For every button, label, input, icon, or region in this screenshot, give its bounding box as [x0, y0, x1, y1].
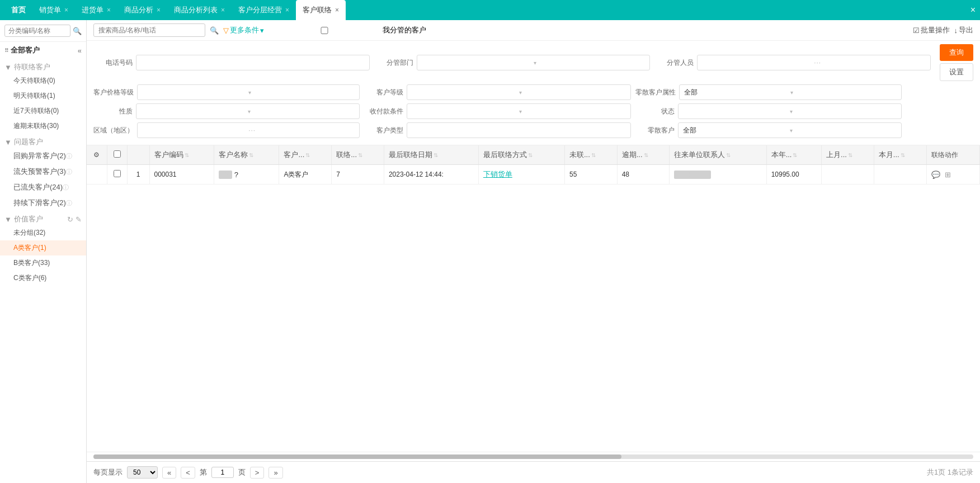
sort-contact[interactable]: ⇅ — [358, 152, 362, 158]
sort-this-year[interactable]: ⇅ — [793, 152, 797, 158]
nav-home[interactable]: 首页 — [4, 0, 32, 20]
nav-customer-contact[interactable]: 客户联络 × — [296, 0, 346, 20]
th-contact[interactable]: 联络...⇅ — [332, 145, 384, 165]
page-size-label: 每页显示 — [93, 467, 123, 477]
horizontal-scrollbar-thumb[interactable] — [93, 454, 621, 459]
query-button[interactable]: 查询 — [940, 44, 973, 61]
sidebar-item-tomorrow-pending[interactable]: 明天待联络(1) — [0, 88, 86, 103]
region-input[interactable]: ··· — [137, 122, 360, 138]
sidebar-search-input[interactable] — [4, 25, 70, 37]
th-overdue[interactable]: 逾期...⇅ — [617, 145, 670, 165]
close-sales-tab[interactable]: × — [64, 6, 68, 14]
next-page-btn[interactable]: > — [250, 467, 265, 479]
price-level-select[interactable]: ▾ — [137, 84, 360, 100]
customer-type-input[interactable] — [407, 122, 630, 138]
close-product-analysis-list-tab[interactable]: × — [221, 6, 225, 14]
sidebar-item-class-a[interactable]: A类客户(1) — [0, 240, 86, 255]
sort-type[interactable]: ⇅ — [305, 152, 310, 158]
refresh-value-icon[interactable]: ↻ — [67, 215, 73, 224]
sidebar-item-7days-pending[interactable]: 近7天待联络(0) — [0, 103, 86, 119]
sort-last-date[interactable]: ⇅ — [434, 152, 438, 158]
status-label: 状态 — [635, 107, 675, 116]
batch-operation-btn[interactable]: ☑ 批量操作 — [913, 25, 950, 35]
td-last-contact-method[interactable]: 下销货单 — [478, 165, 564, 184]
export-btn[interactable]: ↓ 导出 — [954, 25, 974, 35]
price-level-chevron: ▾ — [248, 89, 355, 96]
sort-overdue[interactable]: ⇅ — [644, 152, 648, 158]
nav-sales[interactable]: 销货单 × — [32, 0, 75, 20]
nav-product-analysis[interactable]: 商品分析 × — [117, 0, 167, 20]
sidebar-item-today-pending[interactable]: 今天待联络(0) — [0, 73, 86, 88]
select-all-checkbox[interactable] — [114, 150, 121, 158]
nav-customer-segment[interactable]: 客户分层经营 × — [232, 0, 296, 20]
sidebar-item-churned[interactable]: 已流失客户(24) ⓘ — [0, 179, 86, 195]
sort-last-method[interactable]: ⇅ — [528, 152, 533, 158]
nature-select[interactable]: ▾ — [136, 103, 360, 119]
customer-level-select[interactable]: ▾ — [407, 84, 630, 100]
nav-purchase[interactable]: 进货单 × — [75, 0, 117, 20]
th-this-month[interactable]: 本月...⇅ — [874, 145, 926, 165]
td-checkbox[interactable] — [107, 165, 127, 184]
nav-product-analysis-list[interactable]: 商品分析列表 × — [167, 0, 232, 20]
status-select[interactable]: ▾ — [678, 103, 902, 119]
sidebar-item-class-c[interactable]: C类客户(6) — [0, 271, 86, 286]
sort-name[interactable]: ⇅ — [249, 152, 253, 158]
dept-select[interactable]: ▾ — [417, 55, 651, 70]
th-customer-code[interactable]: 客户编码⇅ — [149, 145, 214, 165]
th-unit-contact[interactable]: 往来单位联系人⇅ — [670, 145, 766, 165]
edit-value-icon[interactable]: ✎ — [76, 215, 82, 224]
page-input[interactable] — [211, 467, 234, 478]
sidebar-item-overdue-contact[interactable]: 逾期未联络(30) — [0, 119, 86, 134]
prev-page-btn[interactable]: < — [181, 467, 195, 479]
phone-input[interactable] — [136, 55, 370, 70]
th-uncontacted[interactable]: 未联...⇅ — [564, 145, 617, 165]
th-checkbox[interactable] — [107, 145, 127, 165]
my-customers-checkbox[interactable] — [268, 27, 380, 34]
sidebar-search-icon[interactable]: 🔍 — [73, 27, 82, 35]
th-customer-name[interactable]: 客户名称⇅ — [214, 145, 279, 165]
close-customer-contact-tab[interactable]: × — [335, 6, 339, 14]
th-this-year[interactable]: 本年...⇅ — [766, 145, 821, 165]
last-page-btn[interactable]: » — [268, 467, 282, 479]
th-last-contact-method[interactable]: 最后联络方式⇅ — [478, 145, 564, 165]
first-page-btn[interactable]: « — [162, 467, 176, 479]
page-total-label: 页 — [238, 467, 246, 477]
close-app-button[interactable]: × — [970, 5, 976, 15]
more-conditions-btn[interactable]: ▽ 更多条件 ▾ — [223, 25, 264, 35]
filter-cell-retail-customer: 零散客户 全部 ▾ — [635, 122, 902, 138]
qr-icon[interactable]: ⊞ — [945, 171, 951, 179]
th-last-contact-date[interactable]: 最后联络日期⇅ — [384, 145, 478, 165]
sidebar-item-class-b[interactable]: B类客户(33) — [0, 255, 86, 271]
settings-button[interactable]: 设置 — [940, 63, 973, 81]
sort-last-month[interactable]: ⇅ — [848, 152, 852, 158]
th-last-month[interactable]: 上月...⇅ — [822, 145, 874, 165]
close-product-analysis-tab[interactable]: × — [157, 6, 161, 14]
row-checkbox[interactable] — [114, 170, 121, 177]
payment-select[interactable]: ▾ — [407, 103, 630, 119]
search-icon[interactable]: 🔍 — [210, 26, 219, 35]
sidebar-item-unclassified[interactable]: 未分组(32) — [0, 225, 86, 240]
manager-input[interactable]: ··· — [697, 55, 931, 70]
close-customer-segment-tab[interactable]: × — [285, 6, 289, 14]
sort-uncontacted[interactable]: ⇅ — [591, 152, 596, 158]
retail-customer-select[interactable]: 全部 ▾ — [678, 122, 902, 138]
sort-this-month[interactable]: ⇅ — [901, 152, 905, 158]
collapse-icon[interactable]: « — [78, 46, 82, 55]
search-input[interactable] — [93, 23, 205, 37]
th-settings[interactable]: ⚙ — [87, 145, 107, 165]
horizontal-scrollbar[interactable] — [93, 454, 973, 459]
my-customers-checkbox-label[interactable]: 我分管的客户 — [268, 25, 426, 35]
chat-icon[interactable]: 💬 — [931, 171, 940, 179]
sidebar-item-churn-warning[interactable]: 流失预警客户(3) ⓘ — [0, 164, 86, 179]
sort-unit-contact[interactable]: ⇅ — [726, 152, 731, 158]
sort-code[interactable]: ⇅ — [185, 152, 189, 158]
sidebar-item-abnormal-repurchase[interactable]: 回购异常客户(2) ⓘ — [0, 148, 86, 164]
td-unit-contact: RE . — [670, 165, 766, 184]
page-size-select[interactable]: 50 100 200 — [127, 466, 158, 479]
last-contact-link[interactable]: 下销货单 — [483, 170, 512, 178]
sidebar-item-declining[interactable]: 持续下滑客户(2) ⓘ — [0, 195, 86, 211]
close-purchase-tab[interactable]: × — [107, 6, 111, 14]
all-customers-header[interactable]: ⠿ 全部客户 « — [0, 42, 86, 59]
retail-attr-select[interactable]: 全部 ▾ — [679, 84, 902, 100]
th-customer-type[interactable]: 客户...⇅ — [279, 145, 332, 165]
